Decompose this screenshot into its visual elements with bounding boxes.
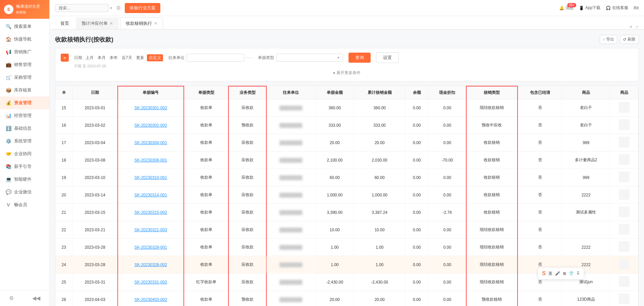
watermark-mic-icon[interactable]: 🎤 <box>555 271 560 276</box>
guide-icon: 📚 <box>5 164 11 169</box>
filter-expand-button[interactable]: » <box>61 54 69 62</box>
user-avatar[interactable]: Rit <box>634 6 639 10</box>
tab-collection[interactable]: 收款核销执行 ✕ <box>120 17 163 29</box>
collab-icon: 🤝 <box>5 151 11 157</box>
bill-no-link[interactable]: SK-20230331-002 <box>135 280 167 285</box>
sidebar-item-nav[interactable]: 🏠 快捷导航 <box>0 33 49 46</box>
bill-no-link[interactable]: SK-20230310-001 <box>135 175 167 180</box>
bill-no-link[interactable]: SK-20230308-001 <box>135 158 167 163</box>
bill-no-link[interactable]: SK-20230302-002 <box>135 123 167 128</box>
sidebar-item-operations[interactable]: 📊 经营管理 <box>0 109 49 122</box>
cell-product: 老白干 <box>562 99 610 117</box>
sidebar-item-hardware[interactable]: 💻 智能硬件 <box>0 173 49 186</box>
query-button[interactable]: 查询 <box>348 53 371 63</box>
bill-no-link[interactable]: SK-20230301-002 <box>135 106 167 110</box>
gear-icon[interactable]: ⚙ <box>116 5 121 11</box>
bill-no-link[interactable]: SK-20230328-001 <box>135 245 167 250</box>
setting-button[interactable]: 设置 <box>376 52 399 63</box>
cell-cash-discount: 0.00 <box>429 134 466 151</box>
cell-bill-type: 收款单 <box>184 169 228 186</box>
refresh-button[interactable]: ↺ 刷新 <box>620 35 639 44</box>
date-range-display: 不限 至 2023-07-26 <box>74 64 106 68</box>
topbar-search[interactable] <box>55 4 109 12</box>
table-row: 21 2023-03-15 SK-20230315-002 收款单 应收款 ██… <box>55 204 638 221</box>
bill-no-link[interactable]: SK-20230403-002 <box>135 297 167 302</box>
date-shortcut-this-month[interactable]: 本月 <box>96 54 107 61</box>
sidebar-item-label: 营销推广 <box>14 49 32 55</box>
bill-no-link[interactable]: SK-20230314-001 <box>135 193 167 197</box>
sidebar-item-marketing[interactable]: 📢 营销推广 <box>0 46 49 58</box>
sidebar-item-purchase[interactable]: 🛒 采购管理 <box>0 71 49 84</box>
sidebar-item-wechat[interactable]: 💬 企业微信 <box>0 186 49 198</box>
collapse-btn[interactable]: ◀◀ <box>30 293 42 303</box>
cell-balance: 0.00 <box>405 99 429 117</box>
hardware-icon: 💻 <box>5 177 11 182</box>
watermark-text: 英 <box>548 271 552 277</box>
finance-icon: 💰 <box>5 100 11 106</box>
tab-expand-icon[interactable]: ⤢ <box>635 24 639 29</box>
cell-cash-discount: 0.00 <box>429 291 466 306</box>
cell-bill-no: SK-20230308-001 <box>118 151 184 169</box>
cell-date: 2023-03-15 <box>72 204 118 221</box>
cell-biz-type: 应收款 <box>228 239 266 256</box>
sidebar-item-system[interactable]: ⚙️ 系统管理 <box>0 135 49 147</box>
col-header-counterpart: 往来单位 <box>266 86 315 99</box>
tab-payable-close-icon[interactable]: ✕ <box>110 21 113 26</box>
cell-balance: 0.00 <box>405 256 429 273</box>
date-shortcut-7days[interactable]: 近7天 <box>120 54 133 61</box>
sidebar-item-basic[interactable]: ℹ️ 基础信息 <box>0 122 49 135</box>
bill-no-link[interactable]: SK-20230315-002 <box>135 210 167 215</box>
export-button[interactable]: ↑ 导出 <box>600 35 617 44</box>
operations-icon: 📊 <box>5 113 11 118</box>
sidebar-item-finance[interactable]: 💰 资金管理 <box>0 97 49 109</box>
cell-bill-no: SK-20230403-002 <box>118 291 184 306</box>
expand-more-button[interactable]: ▾ 展开更多条件 <box>333 70 361 76</box>
filter-row: » 日期 上月 本月 本年 近7天 更多 自定义 往来单位 ··· <box>61 52 633 63</box>
cell-date: 2023-03-31 <box>72 273 118 291</box>
cell-cancel-type: 现结收款核销 <box>466 256 518 273</box>
tab-collection-label: 收款核销执行 <box>126 20 152 26</box>
col-header-cancel-type: 核销类型 <box>466 86 518 99</box>
counterpart-input[interactable] <box>186 54 244 62</box>
col-header-cash-discount: 现金折扣 <box>429 86 466 99</box>
table-row: 16 2023-03-02 SK-20230302-002 收款单 预收款 ██… <box>55 117 638 134</box>
sidebar-item-search[interactable]: 🔍 搜索菜单 <box>0 20 49 33</box>
cell-balance: 0.00 <box>405 291 429 306</box>
tab-collection-close-icon[interactable]: ✕ <box>154 21 157 26</box>
date-shortcut-more[interactable]: 更多 <box>135 54 146 61</box>
bill-no-link[interactable]: SK-20230321-003 <box>135 228 167 232</box>
sidebar-item-collab[interactable]: 🤝 企业协同 <box>0 147 49 160</box>
watermark-apps-icon[interactable]: ⠿ <box>577 271 580 276</box>
date-shortcut-custom[interactable]: 自定义 <box>147 54 163 61</box>
cell-cancel-type: 现结收款核销 <box>466 221 518 239</box>
cell-include-cleared: 否 <box>518 221 562 239</box>
sidebar-item-inventory[interactable]: 📦 库存核算 <box>0 84 49 97</box>
filter-more-icon[interactable]: ··· <box>246 55 253 61</box>
sidebar-item-label: 智能硬件 <box>14 176 32 182</box>
cell-cancel-type: 现结收款核销 <box>466 273 518 291</box>
bill-no-link[interactable]: SK-20230328-002 <box>135 262 167 267</box>
bill-type-select[interactable]: ▾ <box>276 54 343 62</box>
tab-payable[interactable]: 预计冲应付单 ✕ <box>76 17 119 29</box>
sidebar-item-guide[interactable]: 📚 新手引导 <box>0 160 49 173</box>
bill-no-link[interactable]: SK-20230304-001 <box>135 140 167 145</box>
sidebar-item-sales[interactable]: 💼 销售管理 <box>0 58 49 71</box>
app-download-button[interactable]: 📱 App下载 <box>579 5 600 11</box>
date-shortcut-this-year[interactable]: 本年 <box>108 54 119 61</box>
sidebar-item-member[interactable]: V 畅会员 <box>0 198 49 211</box>
service-button[interactable]: 🎧 在线客服 <box>606 5 628 11</box>
cell-bill-type: 收款单 <box>184 256 228 273</box>
watermark-shirt-icon[interactable]: 👕 <box>569 271 574 276</box>
tab-home[interactable]: 首页 <box>55 18 74 29</box>
tab-close-all-icon[interactable]: ✕ <box>629 24 633 29</box>
dropdown-arrow-icon: ▾ <box>110 6 112 10</box>
cell-index: 19 <box>55 169 72 186</box>
cell-counterpart: ████████ <box>266 291 315 306</box>
cell-include-cleared: 否 <box>518 186 562 204</box>
cell-cumulative: 20.00 <box>354 134 405 151</box>
notice-button[interactable]: 🔔 消息 99+ <box>559 5 574 11</box>
solution-button[interactable]: 体验行业方案 <box>125 3 160 13</box>
settings-btn[interactable]: ⚙ <box>7 293 16 303</box>
date-shortcut-last-month[interactable]: 上月 <box>84 54 95 61</box>
watermark-grid-icon[interactable]: ⊞ <box>563 271 566 276</box>
